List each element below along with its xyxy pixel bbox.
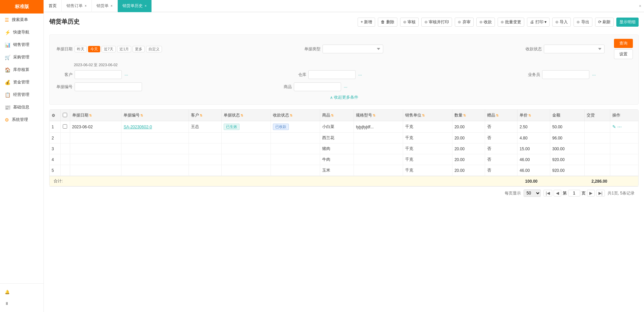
sidebar-bottom-item1[interactable]: 🔔: [0, 286, 44, 298]
date-today[interactable]: 今天: [88, 46, 100, 52]
edit-icon[interactable]: ✎: [612, 124, 616, 129]
tab-sales-order-close[interactable]: ×: [85, 4, 87, 8]
cell-gift: 否: [485, 165, 517, 176]
page-title: 销货单历史: [49, 18, 80, 26]
tab-sales-goods[interactable]: 销货单 ×: [92, 0, 118, 12]
cell-delivery: [585, 133, 610, 144]
filter-goods-input[interactable]: [294, 82, 341, 91]
th-settings[interactable]: ⚙: [50, 110, 60, 121]
abandon-button[interactable]: ⊙ 弃审: [455, 18, 473, 27]
tab-sales-history-close[interactable]: ×: [145, 4, 147, 8]
query-button[interactable]: 查询: [614, 39, 633, 48]
date-7days[interactable]: 近7天: [102, 46, 116, 52]
tab-sales-history[interactable]: 销货单历史 ×: [118, 0, 152, 12]
refresh-button[interactable]: ⟳ 刷新: [595, 18, 614, 27]
collapse-btn[interactable]: ∧ 收起更多条件: [330, 95, 358, 100]
filter-warehouse-input[interactable]: [308, 70, 356, 79]
sidebar-item-ops-mgmt[interactable]: 📋 经营管理: [0, 88, 44, 101]
tab-home[interactable]: 首页: [44, 0, 62, 12]
th-spec[interactable]: 规格型号⇅: [354, 110, 403, 121]
more-icon[interactable]: ⋯: [617, 124, 622, 129]
sidebar-item-purchase-mgmt[interactable]: 🛒 采购管理: [0, 51, 44, 63]
import-button[interactable]: ⊙ 导入: [552, 18, 571, 27]
cell-check[interactable]: [60, 121, 70, 133]
customer-ellipsis[interactable]: ···: [124, 72, 129, 77]
th-customer[interactable]: 客户⇅: [189, 110, 221, 121]
sidebar-item-basic-info[interactable]: 📰 基础信息: [0, 101, 44, 113]
th-gift[interactable]: 赠品⇅: [485, 110, 517, 121]
cell-check[interactable]: [60, 165, 70, 176]
show-detail-button[interactable]: 显示明细: [616, 18, 639, 27]
date-1month[interactable]: 近1月: [117, 46, 131, 52]
setting-button[interactable]: 设置: [614, 49, 633, 59]
th-doc-date[interactable]: 单据日期⇅: [70, 110, 121, 121]
delete-button[interactable]: 🗑 删除: [378, 18, 397, 27]
salesperson-ellipsis[interactable]: ···: [591, 72, 596, 77]
filter-salesperson-input[interactable]: [542, 70, 589, 79]
sidebar-item-label: 快捷导航: [13, 29, 29, 35]
page-first-btn[interactable]: |◀: [543, 190, 552, 197]
th-collect-status[interactable]: 收款状态⇅: [271, 110, 320, 121]
doc-no-link[interactable]: SA-20230602-0: [123, 125, 152, 129]
tab-sales-goods-close[interactable]: ×: [111, 4, 113, 8]
cell-amount: 96.00: [550, 133, 584, 144]
cell-spec: [354, 144, 403, 154]
date-custom[interactable]: 自定义: [146, 46, 162, 52]
audit-print-button[interactable]: ⊙ 审核并打印: [421, 18, 452, 27]
summary-amount: 2,286.00: [591, 179, 607, 184]
filter-docno-input[interactable]: [75, 82, 142, 91]
sidebar-item-label: 基础信息: [13, 104, 29, 110]
tabs-close-all[interactable]: ×: [639, 4, 644, 8]
sidebar-item-sys-mgmt[interactable]: ⚙ 系统管理: [0, 113, 44, 126]
th-sales-unit[interactable]: 销售单位⇅: [403, 110, 452, 121]
audit-button[interactable]: ⊙ 审核: [400, 18, 419, 27]
cell-unit-price: 46.00: [517, 165, 550, 176]
export-button[interactable]: ⊙ 导出: [573, 18, 592, 27]
table-row: 3 猪肉 千克 20.00 否 15.00 300.00: [50, 144, 638, 154]
page-prev-btn[interactable]: ◀: [554, 190, 561, 197]
goods-ellipsis[interactable]: ···: [343, 84, 348, 89]
select-all-checkbox[interactable]: [63, 113, 67, 117]
page-label: 页: [582, 190, 586, 196]
tab-sales-order[interactable]: 销售订单 ×: [62, 0, 92, 12]
page-input[interactable]: [568, 190, 580, 197]
page-next-btn[interactable]: ▶: [587, 190, 595, 197]
sidebar-bottom-item2[interactable]: ⏸: [0, 298, 44, 309]
batch-change-button[interactable]: ⊙ 批量变更: [498, 18, 524, 27]
th-unit-price[interactable]: 单价⇅: [517, 110, 550, 121]
date-more[interactable]: 更多: [133, 46, 145, 52]
page-size-select[interactable]: 50 100 200: [524, 189, 541, 197]
toolbar: + 新增 🗑 删除 ⊙ 审核 ⊙ 审核并打印 ⊙ 弃审 ⊙ 收款 ⊙ 批量变更 …: [358, 18, 639, 27]
sidebar-item-finance-mgmt[interactable]: 💰 资金管理: [0, 76, 44, 88]
sidebar-item-quick-nav[interactable]: ⚡ 快捷导航: [0, 26, 44, 38]
filter-doctype-select[interactable]: [323, 45, 383, 53]
th-goods[interactable]: 商品⇅: [320, 110, 354, 121]
row-checkbox[interactable]: [63, 124, 67, 129]
new-button[interactable]: + 新增: [358, 18, 375, 27]
th-doc-no[interactable]: 单据编号⇅: [121, 110, 189, 121]
cell-actions: [610, 165, 638, 176]
filter-collect-select[interactable]: [544, 45, 605, 53]
summary-qty: 100.00: [525, 179, 538, 184]
page-last-btn[interactable]: ▶|: [596, 190, 605, 197]
sidebar-item-inventory[interactable]: 🏠 库存核算: [0, 63, 44, 76]
cell-check[interactable]: [60, 154, 70, 165]
sidebar-item-sales-mgmt[interactable]: 📊 销售管理: [0, 38, 44, 51]
sidebar-item-search-menu[interactable]: ☰ 搜索菜单: [0, 14, 44, 26]
collect-button[interactable]: ⊙ 收款: [476, 18, 495, 27]
th-doc-status[interactable]: 单据状态⇅: [221, 110, 271, 121]
print-button[interactable]: 🖨 打印 ▾: [527, 18, 550, 27]
table-summary: 合计: 100.00 2,286.00: [50, 176, 638, 186]
filter-customer-input[interactable]: [75, 70, 122, 79]
th-qty[interactable]: 数量⇅: [452, 110, 485, 121]
table-row: 5 玉米 千克 20.00 否 46.00 920.00: [50, 165, 638, 176]
cell-check[interactable]: [60, 133, 70, 144]
cell-delivery: [585, 144, 610, 154]
cell-spec: [354, 154, 403, 165]
cell-doc-no: SA-20230602-0: [121, 121, 189, 133]
th-check[interactable]: [60, 110, 70, 121]
warehouse-ellipsis[interactable]: ···: [358, 72, 363, 77]
date-yesterday[interactable]: 昨天: [75, 46, 87, 52]
cell-rowno: 4: [50, 154, 60, 165]
cell-check[interactable]: [60, 144, 70, 154]
